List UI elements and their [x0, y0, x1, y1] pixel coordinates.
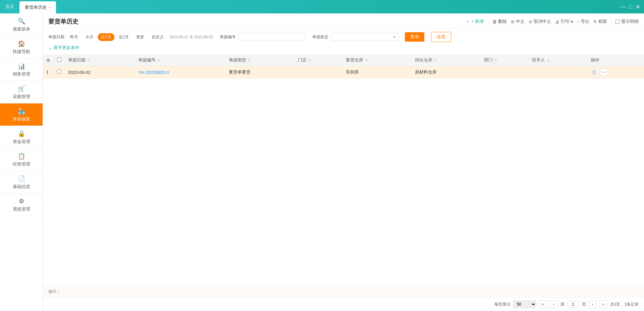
row-action-group: 📋 ⋯ — [591, 69, 641, 76]
td-pending-warehouse: 原材料仓库 — [412, 66, 481, 79]
td-actions: 📋 ⋯ — [587, 66, 644, 79]
refresh-button[interactable]: ↻ 刷新 — [593, 18, 607, 25]
td-store — [294, 66, 342, 79]
docno-filter-group: 单据编号 — [220, 33, 306, 41]
sidebar-item-sales-mgmt[interactable]: 📊 销售管理 — [0, 58, 43, 81]
date-range-display: 2023-05-27 至 2023-06-02 — [169, 35, 213, 40]
doc-no-link[interactable]: YH-20230602-0 — [138, 70, 169, 75]
sidebar-item-ops-mgmt[interactable]: 📋 经营管理 — [0, 148, 43, 171]
sidebar-item-search-menu[interactable]: 🔍 搜索菜单 — [0, 13, 43, 36]
new-button[interactable]: ＋ + 新增 — [466, 18, 484, 25]
page-size-label: 每页显示 — [494, 302, 511, 307]
date-btn-custom[interactable]: 自定义 — [149, 33, 167, 41]
td-doc-type: 要货单要货 — [225, 66, 294, 79]
base-info-icon: 📄 — [18, 175, 25, 182]
th-req-warehouse: 要货仓库 ⇅ — [342, 54, 412, 66]
page-label: 页 — [582, 302, 586, 307]
sidebar-item-quick-nav[interactable]: 🏠 快捷导航 — [0, 36, 43, 58]
show-detail-checkbox[interactable] — [615, 19, 620, 24]
maximize-icon[interactable]: □ — [629, 4, 632, 10]
page-title: 要货单历史 — [48, 17, 78, 26]
date-btn-yesterday[interactable]: 昨天 — [67, 33, 81, 41]
show-detail-checkbox-group[interactable]: 显示明细 — [615, 18, 639, 25]
setting-button[interactable]: 设置 — [431, 32, 451, 42]
stop-button[interactable]: ⊘ 中止 — [511, 18, 525, 25]
th-handler: 经手人 ⇅ — [529, 54, 587, 66]
date-btn-today[interactable]: 今天 — [83, 33, 97, 41]
date-filter-label: 单据日期 — [48, 34, 64, 40]
print-button[interactable]: 🖨 打印 ▾ — [555, 18, 573, 25]
summary-label: 合计： — [48, 289, 60, 295]
minimize-icon[interactable]: — — [620, 4, 626, 10]
sys-mgmt-icon: ⚙ — [19, 197, 24, 205]
date-btn-7days[interactable]: 近7天 — [98, 33, 114, 41]
tab-home[interactable]: 首页 — [0, 0, 19, 13]
page-number-input[interactable] — [567, 301, 579, 308]
docno-filter-label: 单据编号 — [220, 34, 236, 40]
row-more-button[interactable]: ⋯ — [600, 69, 607, 76]
settings-icon[interactable]: ⚙ — [46, 58, 50, 63]
delete-button[interactable]: 🗑 删除 — [492, 18, 507, 25]
query-button[interactable]: 查询 — [405, 32, 424, 42]
sort-doc-type-icon[interactable]: ⇅ — [248, 58, 251, 62]
sidebar-item-inventory-calc[interactable]: 🏪 库存核算 — [0, 103, 43, 126]
expand-icon: ⌄ — [48, 45, 52, 50]
date-btn-more[interactable]: 更多 — [133, 33, 147, 41]
sort-doc-no-icon[interactable]: ⇅ — [157, 58, 160, 62]
td-checkbox — [54, 66, 65, 79]
page-size-select[interactable]: 10 20 50 100 — [513, 301, 536, 308]
sort-req-warehouse-icon[interactable]: ⇅ — [365, 58, 368, 62]
th-dept: 部门 ⇅ — [481, 54, 529, 66]
ops-mgmt-icon: 📋 — [18, 152, 25, 160]
sidebar-item-finance-mgmt[interactable]: 🔒 资金管理 — [0, 126, 43, 148]
table-header-row: ⚙ 单据日期 ⇅ 单据编号 ⇅ — [43, 54, 644, 66]
th-checkbox — [54, 54, 65, 66]
inventory-calc-icon: 🏪 — [18, 107, 25, 115]
stop-icon: ⊘ — [511, 19, 515, 24]
status-select-wrapper — [331, 33, 398, 41]
print-dropdown-icon: ▾ — [571, 19, 573, 24]
close-icon[interactable]: ✕ — [636, 4, 640, 10]
sidebar-item-purchase-mgmt[interactable]: 🛒 采购管理 — [0, 81, 43, 103]
td-handler — [529, 66, 587, 79]
print-icon: 🖨 — [555, 19, 559, 24]
next-page-button[interactable]: › — [589, 300, 597, 308]
last-page-button[interactable]: » — [599, 300, 607, 308]
page-header: 要货单历史 ＋ + 新增 🗑 删除 ⊘ 中止 ⊙ 取消中止 — [43, 13, 644, 29]
sidebar: 🔍 搜索菜单 🏠 快捷导航 📊 销售管理 🛒 采购管理 🏪 库存核算 🔒 资金管… — [0, 13, 43, 311]
docno-filter-input[interactable] — [238, 33, 306, 41]
table-footer: 合计： — [43, 286, 644, 297]
close-tab-icon[interactable]: × — [49, 5, 51, 9]
row-checkbox[interactable] — [57, 70, 61, 74]
cancel-stop-button[interactable]: ⊙ 取消中止 — [529, 18, 551, 25]
sidebar-item-sys-mgmt[interactable]: ⚙ 系统管理 — [0, 193, 43, 216]
sidebar-item-base-info[interactable]: 📄 基础信息 — [0, 171, 43, 193]
sort-dept-icon[interactable]: ⇅ — [494, 58, 497, 62]
sort-doc-date-icon[interactable]: ⇅ — [87, 58, 90, 62]
quick-nav-icon: 🏠 — [18, 40, 25, 47]
delete-icon: 🗑 — [492, 19, 497, 24]
divider-1 — [488, 19, 488, 24]
th-doc-date: 单据日期 ⇅ — [65, 54, 135, 66]
first-page-button[interactable]: « — [539, 300, 547, 308]
sort-handler-icon[interactable]: ⇅ — [547, 58, 550, 62]
th-store: 门店 ⇅ — [294, 54, 342, 66]
total-info: 共1页，1条记录 — [610, 302, 639, 307]
main-layout: 🔍 搜索菜单 🏠 快捷导航 📊 销售管理 🛒 采购管理 🏪 库存核算 🔒 资金管… — [0, 13, 644, 311]
export-button[interactable]: ↑ 导出 — [577, 18, 590, 25]
export-icon: ↑ — [577, 19, 580, 24]
date-btn-1month[interactable]: 近1月 — [116, 33, 132, 41]
sort-store-icon[interactable]: ⇅ — [308, 58, 311, 62]
tab-purchase-history[interactable]: 要货单历史 × — [19, 1, 56, 13]
filter-row-1: 单据日期 昨天 今天 近7天 近1月 更多 自定义 2023-05-27 至 2… — [48, 32, 639, 42]
sort-pending-warehouse-icon[interactable]: ⇅ — [434, 58, 437, 62]
status-filter-select[interactable] — [331, 33, 398, 41]
tab-list: 首页 要货单历史 × — [0, 0, 620, 13]
prev-page-button[interactable]: ‹ — [550, 300, 558, 308]
new-icon: ＋ — [466, 18, 470, 25]
expand-filter-button[interactable]: ⌄ 展开更多条件 — [48, 45, 639, 51]
th-pending-warehouse: 待出仓库 ⇅ — [412, 54, 481, 66]
pagination-bar: 每页显示 10 20 50 100 « ‹ 第 页 › » 共1页，1条记录 — [43, 297, 644, 311]
row-view-button[interactable]: 📋 — [591, 69, 598, 76]
select-all-checkbox[interactable] — [57, 57, 61, 62]
